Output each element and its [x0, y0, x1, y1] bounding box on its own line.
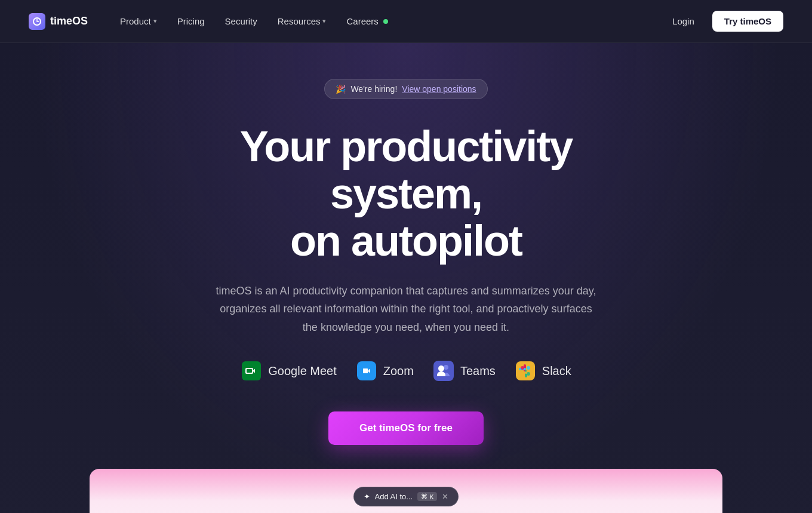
teams-label: Teams	[460, 364, 496, 378]
add-ai-label: Add AI to...	[375, 492, 413, 501]
cmd-key: ⌘	[421, 493, 427, 500]
k-key: K	[429, 493, 433, 500]
nav-link-product[interactable]: Product ▾	[112, 11, 165, 31]
logo-text: timeOS	[50, 15, 88, 27]
nav-link-resources[interactable]: Resources ▾	[269, 11, 335, 31]
integration-google-meet: Google Meet	[241, 360, 337, 382]
integration-teams: Teams	[433, 360, 496, 382]
nav-link-security[interactable]: Security	[217, 11, 266, 31]
logo-icon	[29, 13, 45, 30]
svg-point-13	[521, 372, 524, 376]
hero-subtitle: timeOS is an AI productivity companion t…	[215, 282, 597, 337]
hiring-emoji: 🎉	[336, 84, 346, 94]
view-open-positions-link[interactable]: View open positions	[402, 84, 476, 94]
chevron-down-icon-resources: ▾	[322, 17, 326, 25]
svg-point-7	[444, 365, 448, 370]
close-icon[interactable]: ✕	[442, 492, 448, 501]
zoom-icon	[356, 360, 377, 382]
hero-section: 🎉 We're hiring! View open positions Your…	[0, 43, 812, 513]
svg-point-11	[527, 372, 530, 376]
hiring-text: We're hiring!	[350, 84, 397, 94]
nav-left: timeOS Product ▾ Pricing Security Resour…	[29, 11, 396, 31]
google-meet-icon	[241, 360, 262, 382]
app-preview: ✦ Add AI to... ⌘ K ✕ Good morning, Tommy…	[90, 469, 722, 513]
google-meet-label: Google Meet	[268, 364, 337, 378]
slack-icon	[515, 360, 536, 382]
try-timeos-button[interactable]: Try timeOS	[712, 11, 783, 32]
hero-title: Your productivity system, on autopilot	[167, 123, 645, 265]
svg-rect-3	[247, 369, 252, 373]
svg-point-12	[527, 366, 530, 370]
teams-icon	[433, 360, 454, 382]
nav-links: Product ▾ Pricing Security Resources ▾ C…	[112, 11, 396, 31]
logo[interactable]: timeOS	[29, 13, 88, 30]
integrations-row: Google Meet Zoom	[241, 360, 571, 382]
svg-point-8	[438, 365, 444, 371]
nav-link-careers[interactable]: Careers	[338, 11, 396, 31]
zoom-label: Zoom	[383, 364, 414, 378]
nav-right: Login Try timeOS	[662, 11, 783, 32]
keyboard-shortcut: ⌘ K	[417, 492, 437, 501]
sparkle-icon: ✦	[364, 492, 370, 501]
slack-label: Slack	[542, 364, 571, 378]
navbar: timeOS Product ▾ Pricing Security Resour…	[0, 0, 812, 43]
nav-link-pricing[interactable]: Pricing	[169, 11, 213, 31]
cta-button[interactable]: Get timeOS for free	[328, 411, 484, 445]
app-preview-inner: ✦ Add AI to... ⌘ K ✕ Good morning, Tommy…	[90, 487, 722, 513]
svg-rect-6	[433, 361, 454, 381]
integration-slack: Slack	[515, 360, 571, 382]
integration-zoom: Zoom	[356, 360, 414, 382]
add-ai-bar[interactable]: ✦ Add AI to... ⌘ K ✕	[353, 487, 459, 506]
careers-active-dot	[383, 19, 388, 24]
hiring-badge: 🎉 We're hiring! View open positions	[324, 79, 487, 99]
login-button[interactable]: Login	[662, 11, 705, 31]
svg-point-10	[521, 366, 524, 370]
chevron-down-icon: ▾	[153, 17, 157, 25]
